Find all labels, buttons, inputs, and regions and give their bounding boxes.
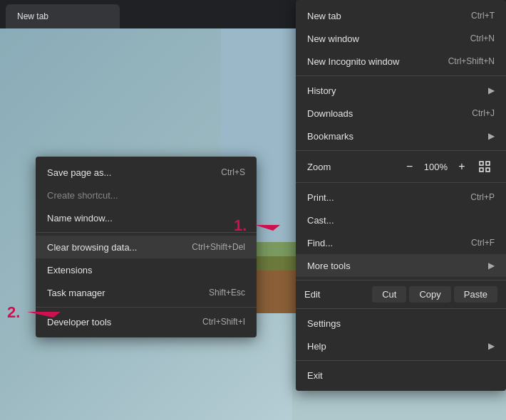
menu-item-downloads[interactable]: Downloads Ctrl+J <box>296 102 506 125</box>
zoom-row: Zoom − 100% + <box>296 154 506 179</box>
submenu-shortcut-developer-tools: Ctrl+Shift+I <box>202 317 245 327</box>
menu-item-find[interactable]: Find... Ctrl+F <box>296 231 506 254</box>
submenu-label-clear-browsing: Clear browsing data... <box>47 242 137 253</box>
submenu-arrow-history: ▶ <box>488 85 495 95</box>
submenu-item-save-page[interactable]: Save page as... Ctrl+S <box>36 161 257 184</box>
cut-button[interactable]: Cut <box>372 286 406 303</box>
menu-item-new-tab[interactable]: New tab Ctrl+T <box>296 4 506 27</box>
submenu-label-create-shortcut: Create shortcut... <box>47 190 118 201</box>
svg-text:2.: 2. <box>7 303 20 321</box>
step2-indicator: 2. <box>7 298 78 328</box>
menu-shortcut-new-tab: Ctrl+T <box>471 11 495 21</box>
submenu-shortcut-clear-browsing: Ctrl+Shift+Del <box>192 242 245 252</box>
fullscreen-button[interactable] <box>475 157 495 177</box>
menu-label-settings: Settings <box>307 318 341 329</box>
submenu-arrow-more-tools: ▶ <box>488 261 495 271</box>
submenu-shortcut-save-page: Ctrl+S <box>221 167 245 177</box>
menu-item-more-tools[interactable]: More tools ▶ <box>296 254 506 277</box>
tab-label: New tab <box>17 11 48 21</box>
zoom-label: Zoom <box>307 162 400 172</box>
copy-button[interactable]: Copy <box>409 286 450 303</box>
menu-label-help: Help <box>307 341 326 352</box>
step1-arrow-svg: 1. <box>234 211 291 239</box>
submenu-shortcut-task-manager: Shift+Esc <box>209 288 245 298</box>
browser-tab[interactable]: New tab <box>6 4 120 28</box>
menu-label-history: History <box>307 85 336 96</box>
menu-label-exit: Exit <box>307 370 323 381</box>
edit-row: Edit Cut Copy Paste <box>296 283 506 305</box>
menu-label-bookmarks: Bookmarks <box>307 131 353 142</box>
svg-marker-21 <box>27 306 61 317</box>
svg-marker-19 <box>255 219 280 231</box>
menu-label-find: Find... <box>307 238 333 248</box>
paste-button[interactable]: Paste <box>454 286 497 303</box>
menu-item-history[interactable]: History ▶ <box>296 79 506 102</box>
menu-label-new-window: New window <box>307 33 359 44</box>
menu-shortcut-new-window: Ctrl+N <box>470 33 495 43</box>
menu-divider-3 <box>296 182 506 183</box>
menu-divider-2 <box>296 150 506 151</box>
menu-shortcut-find: Ctrl+F <box>471 238 495 248</box>
svg-rect-25 <box>486 168 490 172</box>
menu-item-help[interactable]: Help ▶ <box>296 335 506 357</box>
submenu-arrow-bookmarks: ▶ <box>488 131 495 141</box>
menu-divider-1 <box>296 75 506 76</box>
menu-divider-4 <box>296 280 506 280</box>
svg-rect-22 <box>480 162 483 165</box>
submenu-arrow-help: ▶ <box>488 341 495 351</box>
menu-item-new-incognito[interactable]: New Incognito window Ctrl+Shift+N <box>296 50 506 73</box>
svg-rect-24 <box>480 168 483 172</box>
zoom-value: 100% <box>420 162 452 172</box>
menu-item-bookmarks[interactable]: Bookmarks ▶ <box>296 125 506 147</box>
edit-label: Edit <box>304 289 369 300</box>
menu-label-print: Print... <box>307 192 334 203</box>
menu-item-exit[interactable]: Exit <box>296 364 506 387</box>
menu-shortcut-print: Ctrl+P <box>470 192 495 202</box>
submenu-label-save-page: Save page as... <box>47 167 111 178</box>
menu-label-new-incognito: New Incognito window <box>307 56 399 67</box>
svg-text:1.: 1. <box>234 216 247 234</box>
submenu-divider-1 <box>36 232 257 233</box>
svg-rect-23 <box>486 162 490 165</box>
menu-divider-6 <box>296 360 506 361</box>
submenu-item-create-shortcut[interactable]: Create shortcut... <box>36 184 257 206</box>
menu-item-settings[interactable]: Settings <box>296 312 506 335</box>
menu-shortcut-new-incognito: Ctrl+Shift+N <box>448 56 495 66</box>
submenu-label-name-window: Name window... <box>47 213 113 224</box>
menu-item-print[interactable]: Print... Ctrl+P <box>296 186 506 209</box>
menu-label-more-tools: More tools <box>307 261 351 271</box>
submenu-label-task-manager: Task manager <box>47 288 105 298</box>
menu-item-new-window[interactable]: New window Ctrl+N <box>296 27 506 50</box>
step1-indicator: 1. <box>234 211 291 241</box>
submenu-label-extensions: Extensions <box>47 265 93 275</box>
submenu-item-clear-browsing[interactable]: Clear browsing data... Ctrl+Shift+Del <box>36 236 257 258</box>
menu-divider-5 <box>296 308 506 309</box>
chrome-context-menu: New tab Ctrl+T New window Ctrl+N New Inc… <box>296 0 506 391</box>
step2-arrow-svg: 2. <box>7 298 78 326</box>
menu-label-cast: Cast... <box>307 215 334 226</box>
submenu-item-name-window[interactable]: Name window... <box>36 206 257 229</box>
menu-item-cast[interactable]: Cast... <box>296 209 506 231</box>
menu-label-downloads: Downloads <box>307 108 353 119</box>
submenu-item-extensions[interactable]: Extensions <box>36 258 257 281</box>
menu-shortcut-downloads: Ctrl+J <box>472 108 495 118</box>
zoom-decrease-button[interactable]: − <box>400 157 420 177</box>
menu-label-new-tab: New tab <box>307 11 341 21</box>
zoom-increase-button[interactable]: + <box>452 157 472 177</box>
